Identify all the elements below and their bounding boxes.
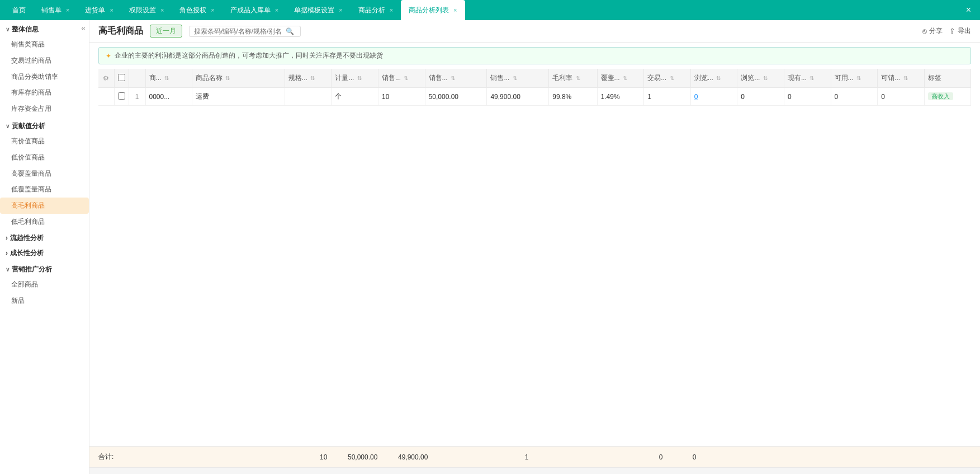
close-finished-goods[interactable]: ×	[275, 7, 278, 13]
sidebar-item-low-value[interactable]: 低价值商品	[0, 149, 89, 166]
column-gross-rate: 毛利率 ⇅	[549, 69, 597, 88]
sort-gross-rate-icon[interactable]: ⇅	[576, 75, 580, 81]
close-template-settings[interactable]: ×	[339, 7, 342, 13]
sidebar-collapse-button[interactable]: «	[81, 24, 86, 32]
row-sales-amount: 50,000.00	[425, 88, 487, 106]
sort-available-icon[interactable]: ⇅	[856, 75, 861, 81]
bottom-scrollbar[interactable]	[89, 467, 980, 474]
sort-coverage-icon[interactable]: ⇅	[623, 75, 627, 81]
row-sales-qty: 10	[378, 88, 425, 106]
search-input[interactable]	[194, 27, 283, 35]
share-button[interactable]: ⎋ 分享	[922, 26, 943, 36]
page-title: 高毛利商品	[98, 25, 143, 37]
close-product-analysis-list[interactable]: ×	[453, 7, 457, 13]
column-transaction: 交易... ⇅	[644, 69, 691, 88]
close-permission-settings[interactable]: ×	[160, 7, 164, 13]
table-header-row: ⚙ 商... ⇅ 商品名称 ⇅	[98, 69, 971, 88]
column-gear[interactable]: ⚙	[98, 69, 114, 88]
sidebar-item-all-goods[interactable]: 全部商品	[0, 276, 89, 293]
close-purchase-order[interactable]: ×	[110, 7, 113, 13]
sidebar-section-overall[interactable]: ∨ 整体信息	[0, 20, 89, 36]
nav-home[interactable]: 首页	[4, 0, 34, 20]
sidebar-item-low-coverage[interactable]: 低覆盖量商品	[0, 181, 89, 198]
top-navigation: 首页 销售单 × 进货单 × 权限设置 × 角色授权 × 产成品入库单 × 单据…	[0, 0, 980, 20]
sort-current-icon[interactable]: ⇅	[809, 75, 814, 81]
sort-browse2-icon[interactable]: ⇅	[763, 75, 768, 81]
nav-product-analysis-list[interactable]: 商品分析列表 ×	[401, 0, 465, 20]
footer-available: 0	[636, 453, 669, 461]
column-available: 可用... ⇅	[831, 69, 878, 88]
column-browse2: 浏览... ⇅	[737, 69, 784, 88]
select-all-checkbox[interactable]	[118, 74, 125, 81]
nav-finished-goods[interactable]: 产成品入库单 ×	[222, 0, 286, 20]
row-code: 0000...	[145, 88, 192, 106]
column-browse1: 浏览... ⇅	[690, 69, 737, 88]
sort-code-icon[interactable]: ⇅	[164, 75, 169, 81]
sidebar-item-high-margin[interactable]: 高毛利商品	[0, 198, 89, 214]
column-name: 商品名称 ⇅	[192, 69, 285, 88]
row-browse1[interactable]: 0	[690, 88, 737, 106]
search-box: 🔍	[189, 26, 301, 37]
content-area: 高毛利商品 近一月 🔍 ⎋ 分享 ⇪ 导出 ✦ 企业的主要的利润都是这部分商品创…	[89, 20, 980, 474]
sidebar-item-category-rate[interactable]: 商品分类助销率	[0, 69, 89, 85]
sort-name-icon[interactable]: ⇅	[225, 75, 230, 81]
nav-purchase-order[interactable]: 进货单 ×	[77, 0, 121, 20]
row-checkbox-cell	[114, 88, 129, 106]
sidebar-item-high-value[interactable]: 高价值商品	[0, 133, 89, 149]
sidebar-item-in-stock[interactable]: 有库存的商品	[0, 85, 89, 101]
column-current: 现有... ⇅	[784, 69, 831, 88]
sort-sales-amount-icon[interactable]: ⇅	[451, 75, 455, 81]
search-icon[interactable]: 🔍	[286, 27, 294, 35]
sidebar-item-high-coverage[interactable]: 高覆盖量商品	[0, 166, 89, 182]
row-available: 0	[831, 88, 878, 106]
close-product-analysis[interactable]: ×	[390, 7, 393, 13]
footer-label: 合计:	[98, 452, 113, 462]
export-button[interactable]: ⇪ 导出	[949, 26, 971, 36]
main-layout: « ∨ 整体信息 销售类商品 交易过的商品 商品分类助销率 有库存的商品 库存资…	[0, 20, 980, 474]
sort-saleable-icon[interactable]: ⇅	[903, 75, 908, 81]
sort-unit-icon[interactable]: ⇅	[357, 75, 362, 81]
growth-arrow-icon: ›	[6, 249, 8, 257]
overall-arrow-icon: ∨	[6, 26, 10, 32]
close-sales-order[interactable]: ×	[66, 7, 69, 13]
nav-role-auth[interactable]: 角色授权 ×	[172, 0, 222, 20]
sort-transaction-icon[interactable]: ⇅	[670, 75, 674, 81]
sidebar-item-sales-goods[interactable]: 销售类商品	[0, 36, 89, 53]
row-checkbox[interactable]	[118, 92, 125, 100]
tag-badge: 高收入	[928, 92, 953, 100]
sort-spec-icon[interactable]: ⇅	[310, 75, 315, 81]
close-role-auth[interactable]: ×	[211, 7, 214, 13]
content-header: 高毛利商品 近一月 🔍 ⎋ 分享 ⇪ 导出	[89, 20, 980, 43]
period-last-month-button[interactable]: 近一月	[150, 25, 182, 37]
sidebar-item-inventory-capital[interactable]: 库存资金占用	[0, 101, 89, 117]
data-table: ⚙ 商... ⇅ 商品名称 ⇅	[98, 69, 971, 106]
share-icon: ⎋	[922, 27, 927, 35]
nav-sales-order[interactable]: 销售单 ×	[34, 0, 77, 20]
sidebar-section-growth[interactable]: › 成长性分析	[0, 245, 89, 260]
nav-permission-settings[interactable]: 权限设置 ×	[121, 0, 172, 20]
table-row: 1 0000... 运费 个 10 50,000.00 49,900.00 99…	[98, 88, 971, 106]
sort-browse1-icon[interactable]: ⇅	[716, 75, 721, 81]
sidebar-section-contribution[interactable]: ∨ 贡献值分析	[0, 117, 89, 133]
sort-sales-qty-icon[interactable]: ⇅	[404, 75, 408, 81]
row-gear	[98, 88, 114, 106]
close-window-button[interactable]: ×	[962, 5, 976, 15]
footer-sales-amount: 50,000.00	[334, 453, 384, 461]
footer-transaction: 1	[501, 453, 535, 461]
sidebar-item-low-margin[interactable]: 低毛利商品	[0, 214, 89, 230]
row-browse2: 0	[737, 88, 784, 106]
row-name: 运费	[192, 88, 285, 106]
sidebar-item-traded-goods[interactable]: 交易过的商品	[0, 53, 89, 69]
sidebar-section-trend[interactable]: › 流趋性分析	[0, 230, 89, 245]
contribution-arrow-icon: ∨	[6, 123, 10, 129]
marketing-arrow-icon: ∨	[6, 266, 10, 273]
row-current: 0	[784, 88, 831, 106]
nav-product-analysis[interactable]: 商品分析 ×	[351, 0, 401, 20]
sidebar-section-marketing[interactable]: ∨ 营销推广分析	[0, 260, 89, 276]
column-unit: 计量... ⇅	[332, 69, 378, 88]
sort-sales-cost-icon[interactable]: ⇅	[513, 75, 517, 81]
sidebar-item-new-goods[interactable]: 新品	[0, 293, 89, 309]
nav-template-settings[interactable]: 单据模板设置 ×	[286, 0, 350, 20]
column-sales-amount: 销售... ⇅	[425, 69, 487, 88]
column-saleable: 可销... ⇅	[878, 69, 925, 88]
